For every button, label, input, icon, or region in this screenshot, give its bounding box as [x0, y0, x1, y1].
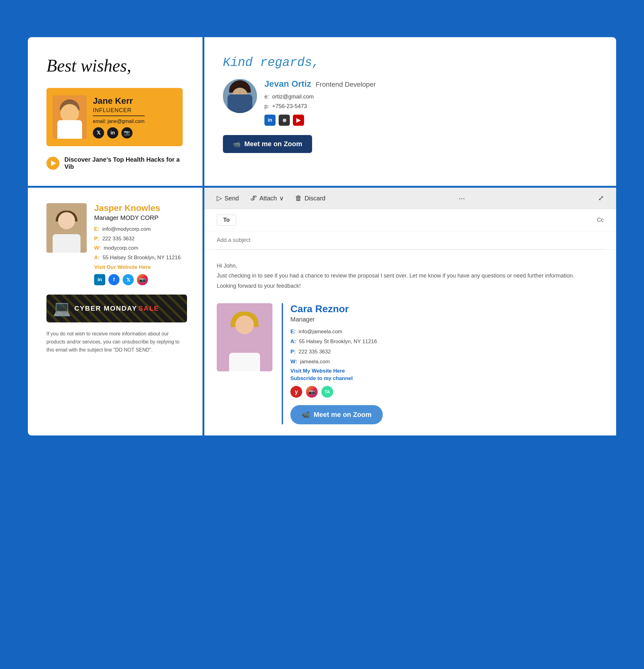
jasper-shirt [53, 234, 81, 253]
discard-label: Discard [304, 195, 325, 202]
cara-email-label: E: [290, 329, 296, 334]
instagram-icon[interactable]: 📷 [306, 386, 318, 398]
jevan-email: e: ortiz@gmail.com [264, 92, 598, 102]
play-button[interactable] [46, 157, 59, 170]
jasper-name: Jasper Knowles [94, 203, 187, 213]
email-value: ortiz@gmail.com [272, 94, 314, 100]
send-label: Send [225, 195, 239, 202]
to-input[interactable] [241, 217, 592, 223]
email-label: E: [94, 226, 99, 232]
play-triangle-icon [51, 160, 56, 166]
jane-name: Jane Kerr [93, 96, 145, 106]
email-body-text: Hi John, Just checking in to see if you … [217, 261, 604, 291]
linkedin-icon[interactable]: in [107, 127, 118, 139]
phone-value: +756-23-5473 [272, 103, 307, 109]
discard-icon: 🗑 [295, 194, 302, 202]
cara-website-value: jameela.com [300, 359, 330, 365]
cara-contact: E: info@jameela.com A: 55 Halsey St Broo… [290, 327, 604, 367]
jasper-email: E: info@modycorp.com [94, 225, 187, 234]
card-email: ▷ Send 🖇 Attach ∨ 🗑 Discard ··· ⤢ To Cc [204, 188, 616, 436]
jevan-signature-card: Jevan Ortiz Frontend Developer e: ortiz@… [223, 79, 598, 126]
to-badge: To [217, 215, 236, 226]
email-body: Hi John, Just checking in to see if you … [204, 250, 616, 436]
cara-address-value: 55 Halsey St Brooklyn, NY 11216 [299, 339, 377, 344]
more-options-icon[interactable]: ··· [459, 194, 465, 202]
jasper-contact: E: info@modycorp.com P: 222 335 3632 W: … [94, 225, 187, 262]
cara-avatar [217, 303, 272, 371]
cara-name: Cara Reznor [290, 303, 604, 315]
zoom-button[interactable]: 📹 Meet me on Zoom [223, 135, 312, 153]
cara-shirt [229, 353, 260, 371]
tripadvisor-icon[interactable]: TA [321, 386, 333, 398]
twitter-icon[interactable]: 𝕏 [123, 274, 134, 285]
github-icon[interactable]: ⊛ [278, 115, 290, 126]
cara-signature-block: Cara Reznor Manager E: info@jameela.com … [217, 303, 604, 424]
subject-input[interactable] [217, 237, 604, 243]
discard-button[interactable]: 🗑 Discard [295, 194, 325, 202]
jasper-company: Manager MODY CORP [94, 214, 187, 222]
jane-role: INFLUENCER [93, 107, 145, 116]
youtube-icon[interactable]: ▶ [293, 115, 304, 126]
send-button[interactable]: ▷ Send [217, 194, 239, 202]
cara-info: Cara Reznor Manager E: info@jameela.com … [282, 303, 604, 424]
jane-signature-card: Jane Kerr INFLUENCER email: jane@gmail.c… [46, 88, 183, 146]
body-line1: Just checking in to see if you had a cha… [217, 271, 604, 281]
cara-phone-label: P: [290, 349, 296, 355]
expand-icon[interactable]: ⤢ [598, 194, 604, 202]
zoom-button-label: Meet me on Zoom [244, 140, 302, 148]
cara-address: A: 55 Halsey St Brooklyn, NY 11216 [290, 337, 604, 346]
cara-face [235, 316, 254, 334]
jasper-visit-link[interactable]: Visit Our Website Here [94, 264, 187, 270]
instagram-icon[interactable]: 📷 [137, 274, 148, 285]
jane-info: Jane Kerr INFLUENCER email: jane@gmail.c… [93, 96, 145, 139]
attach-button[interactable]: 🖇 Attach ∨ [250, 194, 284, 202]
cc-label[interactable]: Cc [597, 217, 604, 223]
jevan-contact: e: ortiz@gmail.com p: +756-23-5473 [264, 92, 598, 111]
cara-zoom-camera-icon: 📹 [302, 411, 310, 419]
email-subject-row [204, 231, 616, 249]
jevan-name: Jevan Ortiz [264, 79, 311, 89]
jasper-footer-text: If you do not wish to receive more infor… [46, 330, 187, 354]
jevan-role: Frontend Developer [315, 81, 375, 88]
cara-visit-link[interactable]: Visit My Website Here [290, 368, 604, 374]
cara-subscribe-link[interactable]: Subscride to my channel [290, 375, 604, 382]
cyber-monday-banner: 💻 CYBER MONDAY SALE [46, 295, 187, 323]
jasper-face [58, 212, 75, 229]
greeting: Hi John, [217, 261, 604, 271]
twitter-icon[interactable]: 𝕏 [93, 127, 104, 139]
cara-social-icons: y 📷 TA [290, 386, 604, 398]
cara-zoom-button[interactable]: 📹 Meet me on Zoom [290, 405, 383, 424]
jasper-avatar [46, 203, 87, 253]
jane-email: email: jane@gmail.com [93, 119, 145, 124]
yelp-icon[interactable]: y [290, 386, 302, 398]
zoom-camera-icon: 📹 [233, 140, 241, 148]
cara-phone: P: 222 335 3632 [290, 347, 604, 357]
attach-chevron-icon: ∨ [279, 195, 284, 202]
attach-label: Attach [259, 195, 277, 202]
cara-website-label: W: [290, 359, 297, 365]
cara-email-value: info@jameela.com [299, 329, 342, 334]
address-label: A: [94, 255, 100, 260]
website-value: modycorp.com [104, 245, 138, 251]
jevan-phone: p: +756-23-5473 [264, 102, 598, 111]
phone-label: P: [94, 236, 99, 242]
jane-shirt [57, 120, 82, 139]
discover-text: Discover Jane's Top Health Hacks for a V… [65, 156, 184, 170]
card-kind-regards: Kind regards, Jevan Ortiz Frontend Devel… [204, 37, 616, 188]
main-container: Best wishes, Jane Kerr INFLUENCER email:… [28, 37, 616, 436]
jasper-signature-block: Jasper Knowles Manager MODY CORP E: info… [46, 203, 187, 285]
cara-address-label: A: [290, 339, 296, 344]
instagram-icon[interactable]: 📷 [121, 127, 132, 139]
attach-icon: 🖇 [250, 194, 257, 202]
facebook-icon[interactable]: f [109, 274, 119, 285]
linkedin-icon[interactable]: in [94, 274, 105, 285]
cara-role: Manager [290, 316, 604, 323]
jane-face [60, 104, 79, 123]
cara-zoom-label: Meet me on Zoom [314, 411, 372, 419]
jevan-info: Jevan Ortiz Frontend Developer e: ortiz@… [264, 79, 598, 126]
cara-email: E: info@jameela.com [290, 327, 604, 337]
website-label: W: [94, 245, 101, 251]
cara-website: W: jameela.com [290, 357, 604, 367]
cara-phone-value: 222 335 3632 [299, 349, 331, 355]
linkedin-icon[interactable]: in [264, 115, 275, 126]
